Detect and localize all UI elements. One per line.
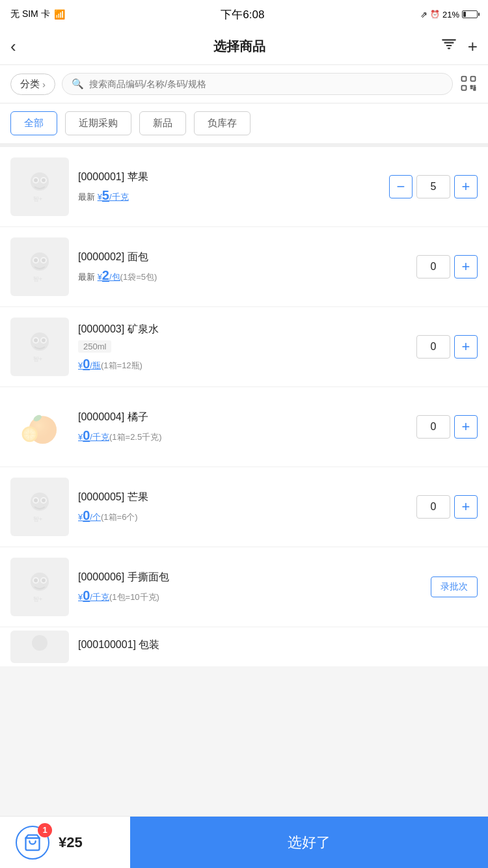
svg-point-42 — [42, 578, 46, 582]
nav-bar: ‹ 选择商品 + — [0, 29, 488, 65]
search-icon: 🔍 — [72, 78, 84, 90]
product-price: ¥0/千克(1箱=2.5千克) — [78, 428, 407, 443]
list-item: 智+ [0000006] 手撕面包 ¥0/千克(1包=10千克) 录批次 — [0, 547, 488, 627]
tab-negative[interactable]: 负库存 — [194, 111, 251, 135]
placeholder-icon: 智+ — [20, 247, 59, 286]
product-price: ¥0/个(1箱=6个) — [78, 508, 407, 523]
quantity-control: + — [416, 495, 478, 519]
quantity-input[interactable] — [416, 415, 450, 439]
svg-text:智+: 智+ — [33, 276, 42, 282]
batch-button[interactable]: 录批次 — [431, 576, 478, 597]
svg-text:智+: 智+ — [33, 356, 42, 362]
search-input[interactable] — [89, 79, 443, 89]
product-name: [000100001] 包装 — [78, 638, 478, 652]
nav-actions: + — [441, 36, 478, 57]
category-button[interactable]: 分类 › — [10, 74, 55, 95]
product-info: [0000002] 面包 最新 ¥2/包(1袋=5包) — [78, 251, 407, 283]
list-item: 智+ [0000001] 苹果 最新 ¥5/千克 − + — [0, 147, 488, 227]
svg-point-18 — [34, 338, 38, 342]
svg-point-12 — [34, 258, 38, 262]
scan-button[interactable] — [459, 74, 478, 94]
cart-icon — [23, 834, 42, 852]
tab-all-label: 全部 — [24, 117, 44, 128]
cart-area: 1 ¥25 — [0, 826, 130, 860]
list-item: 智+ [0000005] 芒果 ¥0/个(1箱=6个) + — [0, 467, 488, 547]
product-image: 智+ — [10, 157, 69, 216]
category-label: 分类 — [20, 78, 40, 90]
product-price: ¥0/千克(1包=10千克) — [78, 588, 422, 603]
product-image — [10, 631, 69, 663]
quantity-control: + — [416, 335, 478, 359]
placeholder-icon: 智+ — [20, 167, 59, 206]
product-info: [0000006] 手撕面包 ¥0/千克(1包=10千克) — [78, 571, 422, 603]
quantity-control: + — [416, 415, 478, 439]
svg-point-36 — [42, 498, 46, 502]
product-price: 最新 ¥5/千克 — [78, 188, 380, 203]
product-info: [000100001] 包装 — [78, 638, 478, 656]
quantity-control: − + — [389, 175, 478, 198]
search-input-wrap: 🔍 — [62, 73, 453, 95]
svg-point-44 — [32, 635, 47, 651]
svg-rect-1 — [471, 76, 476, 81]
product-info: [0000003] 矿泉水 250ml ¥0/瓶(1箱=12瓶) — [78, 323, 407, 372]
tab-new-label: 新品 — [153, 117, 172, 128]
status-time: 下午6:08 — [221, 7, 264, 22]
quantity-input[interactable] — [416, 175, 450, 198]
confirm-label: 选好了 — [288, 833, 331, 852]
battery-fill — [463, 12, 466, 17]
svg-rect-0 — [462, 76, 467, 81]
svg-rect-2 — [462, 85, 467, 90]
quantity-input[interactable] — [416, 495, 450, 519]
product-price: 最新 ¥2/包(1袋=5包) — [78, 268, 407, 283]
svg-point-13 — [42, 258, 46, 262]
product-image — [10, 398, 69, 456]
bottom-bar: 1 ¥25 选好了 — [0, 816, 488, 868]
product-name: [0000003] 矿泉水 — [78, 323, 407, 336]
quantity-minus-button[interactable]: − — [389, 175, 413, 198]
tab-all[interactable]: 全部 — [10, 111, 57, 135]
svg-text:智+: 智+ — [33, 596, 42, 603]
tab-recent-label: 近期采购 — [79, 117, 118, 128]
product-image: 智+ — [10, 558, 69, 616]
svg-point-35 — [34, 498, 38, 502]
product-list: 智+ [0000001] 苹果 最新 ¥5/千克 − + — [0, 147, 488, 725]
quantity-control: + — [416, 255, 478, 278]
quantity-plus-button[interactable]: + — [454, 255, 478, 278]
quantity-plus-button[interactable]: + — [454, 335, 478, 359]
location-icon: ⇗ — [420, 10, 427, 20]
svg-text:智+: 智+ — [33, 196, 42, 202]
scan-icon — [459, 74, 478, 92]
cart-total: ¥25 — [59, 834, 83, 851]
cart-icon-wrap[interactable]: 1 — [16, 826, 49, 860]
product-image: 智+ — [10, 318, 69, 376]
category-arrow-icon: › — [42, 79, 46, 90]
status-right: ⇗ ⏰ 21% — [420, 10, 478, 20]
quantity-plus-button[interactable]: + — [454, 415, 478, 439]
tab-new[interactable]: 新品 — [139, 111, 186, 135]
add-button[interactable]: + — [468, 36, 478, 57]
product-name: [0000002] 面包 — [78, 251, 407, 264]
tab-recent[interactable]: 近期采购 — [65, 111, 131, 135]
filter-icon — [441, 37, 457, 54]
list-item-partial: [000100001] 包装 — [0, 627, 488, 666]
svg-point-19 — [42, 338, 46, 342]
wifi-icon: 📶 — [54, 9, 65, 20]
status-left: 无 SIM 卡 📶 — [10, 8, 65, 20]
placeholder-icon: 智+ — [20, 327, 59, 366]
confirm-button[interactable]: 选好了 — [130, 817, 488, 868]
quantity-input[interactable] — [416, 335, 450, 359]
carrier-text: 无 SIM 卡 — [10, 8, 50, 20]
add-icon: + — [468, 36, 478, 56]
back-button[interactable]: ‹ — [10, 36, 39, 57]
svg-text:智+: 智+ — [33, 516, 42, 522]
quantity-plus-button[interactable]: + — [454, 495, 478, 519]
filter-tabs: 全部 近期采购 新品 负库存 — [0, 103, 488, 147]
svg-point-7 — [42, 178, 46, 182]
product-info: [0000001] 苹果 最新 ¥5/千克 — [78, 170, 380, 203]
quantity-input[interactable] — [416, 255, 450, 278]
product-image: 智+ — [10, 237, 69, 296]
filter-button[interactable] — [441, 37, 457, 56]
placeholder-icon — [20, 631, 59, 663]
search-area: 分类 › 🔍 — [0, 65, 488, 103]
quantity-plus-button[interactable]: + — [454, 175, 478, 198]
